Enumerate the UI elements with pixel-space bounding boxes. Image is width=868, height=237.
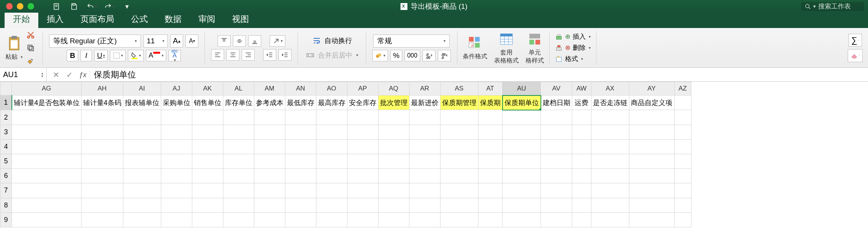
cell[interactable] [541,169,572,183]
cell[interactable] [541,212,572,227]
cell[interactable] [123,198,161,212]
copy-icon[interactable] [25,43,36,53]
cell[interactable] [192,154,223,169]
autosum-button[interactable]: ∑· [848,34,861,47]
tab-insert[interactable]: 插入 [38,10,72,28]
close-window-button[interactable] [6,3,13,10]
column-header[interactable]: AX [591,82,629,95]
cell[interactable] [192,110,223,125]
cell[interactable] [674,125,691,139]
column-header[interactable]: AM [254,82,285,95]
cell[interactable] [81,110,123,125]
cell[interactable] [629,183,674,198]
cell[interactable] [223,110,254,125]
row-header[interactable]: 1 [0,95,12,110]
italic-button[interactable]: I [80,50,92,61]
cell[interactable] [192,198,223,212]
cell[interactable] [123,110,161,125]
cell[interactable] [591,183,629,198]
cell[interactable] [572,154,591,169]
cell[interactable] [409,212,440,227]
font-size-select[interactable]: 11▾ [143,35,168,48]
cell[interactable] [440,169,478,183]
cell[interactable] [378,169,409,183]
paste-button[interactable]: 粘贴▾ [5,35,23,61]
cell[interactable] [478,198,503,212]
column-header[interactable]: AU [503,82,541,95]
align-right-icon[interactable] [242,49,255,61]
cell[interactable] [440,154,478,169]
cell[interactable] [591,154,629,169]
cell[interactable] [674,169,691,183]
format-cells-button[interactable]: 格式▾ [554,54,592,64]
cell[interactable]: 商品自定义项 [629,95,674,110]
cell[interactable] [572,125,591,139]
cell[interactable]: 是否走冻链 [591,95,629,110]
cell[interactable]: 运费 [572,95,591,110]
redo-icon[interactable]: ▾ [102,2,116,12]
decrease-indent-icon[interactable] [263,49,276,61]
cell[interactable] [409,198,440,212]
cell[interactable] [572,139,591,154]
cell[interactable] [440,139,478,154]
cell[interactable] [81,212,123,227]
cell[interactable] [123,169,161,183]
cell[interactable] [478,212,503,227]
cell[interactable] [12,198,82,212]
cell[interactable] [285,183,316,198]
fill-color-button[interactable]: ▾ [128,50,144,61]
cell[interactable] [591,125,629,139]
column-header[interactable]: AN [285,82,316,95]
cell[interactable] [478,183,503,198]
cell[interactable] [478,125,503,139]
cell[interactable] [347,125,378,139]
cell[interactable] [192,212,223,227]
comma-button[interactable]: 000 [405,50,420,61]
cell[interactable] [347,183,378,198]
cell[interactable] [285,125,316,139]
column-header[interactable]: AP [347,82,378,95]
tab-data[interactable]: 数据 [156,10,190,28]
cell[interactable] [409,139,440,154]
column-header[interactable]: AI [123,82,161,95]
increase-font-icon[interactable]: A▴ [170,35,183,48]
column-header[interactable]: AJ [161,82,192,95]
cut-icon[interactable] [25,30,36,40]
column-header[interactable]: AW [572,82,591,95]
cell[interactable] [223,125,254,139]
cell[interactable] [440,212,478,227]
cell[interactable] [192,139,223,154]
row-header[interactable]: 4 [0,139,12,154]
tab-review[interactable]: 审阅 [190,10,224,28]
cell[interactable] [674,183,691,198]
delete-cells-button[interactable]: ⊗删除▾ [554,43,592,53]
cell[interactable] [161,169,192,183]
cell[interactable] [541,139,572,154]
cell[interactable] [285,169,316,183]
search-input[interactable] [818,3,860,10]
cell[interactable] [12,125,82,139]
cell[interactable] [81,183,123,198]
wrap-text-button[interactable]: 自动换行 [311,35,354,47]
qat-file-icon[interactable] [49,2,63,12]
cell[interactable] [254,125,285,139]
cell[interactable] [503,212,541,227]
cell[interactable] [223,139,254,154]
cell[interactable] [674,139,691,154]
bold-button[interactable]: B [67,50,78,61]
cell[interactable] [503,154,541,169]
cell[interactable]: 保质期单位 [503,95,541,110]
cell[interactable] [123,139,161,154]
cell[interactable] [572,169,591,183]
cell[interactable] [440,125,478,139]
cell[interactable] [378,198,409,212]
column-header[interactable]: AY [629,82,674,95]
cell[interactable] [591,198,629,212]
currency-button[interactable]: ▾ [372,50,388,61]
cell[interactable] [123,125,161,139]
cell[interactable]: 报表辅单位 [123,95,161,110]
cell[interactable] [285,110,316,125]
cell[interactable] [223,198,254,212]
select-all-corner[interactable] [0,82,12,95]
align-center-icon[interactable] [226,49,239,61]
